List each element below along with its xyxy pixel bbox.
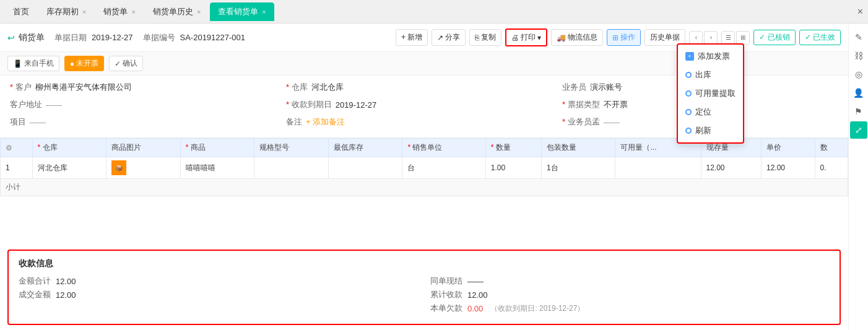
tab-close-inventory[interactable]: ×	[82, 8, 86, 15]
quantity-column-header: 数量	[485, 139, 541, 157]
current-balance-value: 0.00	[467, 304, 483, 313]
print-icon: 🖨	[511, 33, 519, 42]
sidebar-edit-button[interactable]: ✎	[850, 28, 867, 46]
tab-bar: 首页 库存期初 × 销货单 × 销货单历史 × 查看销货单 × ×	[0, 0, 868, 24]
available-qty-item[interactable]: 可用量提取	[678, 84, 743, 103]
customer-address-label: 客户地址	[10, 99, 42, 110]
effective-check-icon: ✓	[805, 33, 811, 41]
date-value: 2019-12-27	[92, 33, 133, 42]
product-image-column-header: 商品图片	[106, 139, 181, 157]
locate-icon	[685, 109, 692, 115]
from-mobile-button[interactable]: 📱 来自手机	[7, 56, 59, 71]
warehouse-field: 仓库 河北仓库	[286, 82, 562, 93]
spec-cell	[254, 157, 329, 179]
grid-view-button[interactable]: ⊞	[736, 31, 750, 45]
refresh-item[interactable]: 刷新	[678, 121, 743, 140]
notes-label: 备注	[286, 116, 302, 128]
cumulative-collection-value: 12.00	[467, 290, 488, 300]
user-icon: 👤	[853, 88, 864, 98]
warehouse-value: 河北仓库	[311, 82, 344, 93]
sidebar-flag-button[interactable]: ⚑	[850, 103, 867, 120]
logistics-button[interactable]: 🚚 物流信息	[551, 29, 603, 46]
tab-home[interactable]: 首页	[5, 2, 37, 21]
min-stock-cell	[328, 157, 402, 179]
prev-arrow[interactable]: ‹	[689, 31, 703, 45]
customer-address-value: ——	[46, 100, 62, 110]
current-balance-note: （收款到期日: 2019-12-27）	[490, 303, 584, 314]
global-close-button[interactable]: ×	[857, 6, 863, 17]
add-invoice-icon: +	[685, 52, 694, 61]
customer-field: 客户 柳州粤港平安气体有限公司	[10, 82, 286, 93]
confirm-button[interactable]: ✓ 确认	[109, 56, 143, 71]
current-stock-cell: 12.00	[701, 157, 762, 179]
settings-icon[interactable]: ⚙	[6, 144, 12, 152]
share-icon: ↗	[437, 33, 443, 42]
unit-price-cell: 12.00	[762, 157, 815, 179]
transaction-amount-value: 12.00	[56, 290, 76, 300]
eye-icon: ◎	[855, 69, 862, 79]
table-row: 1 河北仓库 📦 嘻嘻嘻嘻 台 1.00 1台	[1, 157, 848, 179]
next-arrow[interactable]: ›	[704, 31, 718, 45]
tab-view-sales[interactable]: 查看销货单 ×	[210, 2, 274, 21]
tab-close-sales-history[interactable]: ×	[197, 8, 201, 15]
panel-grid: 金额合计 12.00 成交金额 12.00 同单现结 —— 累计收款	[19, 276, 830, 316]
available-cell	[615, 157, 701, 179]
tab-sales-order[interactable]: 销货单 ×	[95, 2, 143, 21]
amount-cell: 0.	[815, 157, 848, 179]
confirm-check-icon: ✓	[115, 59, 121, 68]
total-amount-row: 金额合计 12.00	[19, 276, 418, 287]
customer-label: 客户	[10, 82, 32, 93]
doc-title-text: 销货单	[19, 32, 45, 43]
current-balance-row: 本单欠款 0.00 （收款到期日: 2019-12-27）	[430, 303, 830, 314]
number-value: SA-20191227-001	[180, 33, 246, 42]
effective-badge[interactable]: ✓ 已生效	[799, 30, 841, 45]
tab-sales-history[interactable]: 销货单历史 ×	[145, 2, 209, 21]
sidebar-link-button[interactable]: ⛓	[850, 47, 867, 64]
amount-column-header: 数	[815, 139, 848, 157]
operations-icon: ⊞	[612, 33, 618, 42]
new-button[interactable]: + 新增	[396, 29, 428, 46]
plus-icon: +	[306, 117, 311, 126]
available-qty-icon	[685, 90, 692, 97]
sidebar-user-button[interactable]: 👤	[850, 84, 867, 102]
panel-left: 金额合计 12.00 成交金额 12.00	[19, 276, 418, 316]
payment-date-value: 2019-12-27	[336, 100, 377, 110]
panel-right: 同单现结 —— 累计收款 12.00 本单欠款 0.00 （收款到期日: 201…	[430, 276, 830, 316]
total-amount-label: 金额合计	[19, 276, 51, 287]
print-dropdown-icon: ▾	[537, 33, 541, 42]
copy-icon: ⎘	[475, 33, 479, 42]
sales-unit-column-header: 销售单位	[402, 139, 485, 157]
check-icon: ✓	[759, 33, 765, 41]
warehouse-cell: 河北仓库	[32, 157, 106, 179]
pack-qty-cell: 1台	[541, 157, 615, 179]
add-notes-button[interactable]: + 添加备注	[306, 116, 345, 128]
right-sidebar: ✎ ⛓ ◎ 👤 ⚑ ⤢	[848, 24, 868, 330]
logistics-icon: 🚚	[557, 33, 566, 42]
list-view-button[interactable]: ☰	[721, 31, 735, 45]
locate-item[interactable]: 定位	[678, 103, 743, 121]
sidebar-eye-button[interactable]: ◎	[850, 66, 867, 83]
operations-button[interactable]: ⊞ 操作	[607, 29, 641, 46]
print-button[interactable]: 🖨 打印 ▾	[505, 28, 547, 46]
share-button[interactable]: ↗ 分享	[432, 29, 466, 46]
tab-close-sales-order[interactable]: ×	[131, 8, 135, 15]
link-icon: ⛓	[854, 51, 863, 61]
not-open-ticket-button[interactable]: ● 未开票	[64, 56, 104, 71]
sidebar-expand-button[interactable]: ⤢	[850, 121, 867, 139]
cumulative-collection-label: 累计收款	[430, 289, 462, 300]
flag-icon: ⚑	[854, 106, 862, 116]
date-label: 单据日期 2019-12-27	[54, 32, 133, 43]
product-image-cell: 📦	[106, 157, 181, 179]
payment-date-label: 收款到期日	[286, 99, 332, 110]
sales-unit-cell: 台	[402, 157, 485, 179]
settings-column-header[interactable]: ⚙	[1, 139, 33, 157]
tab-close-view-sales[interactable]: ×	[262, 8, 266, 15]
add-invoice-item[interactable]: + 添加发票	[678, 47, 743, 66]
cumulative-collection-row: 累计收款 12.00	[430, 289, 830, 300]
notes-field: 备注 + 添加备注	[286, 116, 562, 128]
expand-icon: ⤢	[855, 125, 862, 135]
copy-button[interactable]: ⎘ 复制	[469, 29, 501, 46]
tab-inventory-init[interactable]: 库存期初 ×	[38, 2, 94, 21]
canceled-badge[interactable]: ✓ 已核销	[753, 30, 795, 45]
outbound-item[interactable]: 出库	[678, 66, 743, 84]
